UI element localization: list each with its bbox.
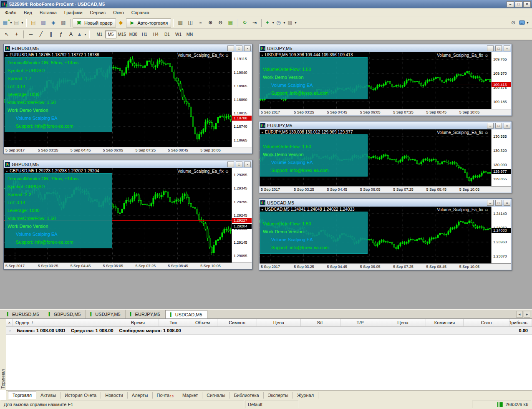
time-axis[interactable]: 5 Sep 20175 Sep 03:255 Sep 04:455 Sep 06… [4,263,252,269]
new-order-button[interactable]: ▣Новый ордер [73,18,116,28]
chart-titlebar-gbpusd[interactable]: GBPUSD,M5–□× [4,161,252,168]
timeframe-w1-button[interactable]: W1 [173,30,184,38]
menu-item-7[interactable]: Справка [128,9,153,16]
menu-item-3[interactable]: Вставка [36,9,61,16]
terminal-tab-почта[interactable]: Почта13 [153,392,178,399]
price-scale[interactable]: 1.191151.190401.189651.188901.188151.187… [232,52,252,147]
chart-titlebar-eurjpy[interactable]: EURJPY,M5–□× [260,122,511,129]
templates-button[interactable]: ▨▼ [286,18,298,28]
ea-smiley-icon[interactable]: ☺ [484,130,489,135]
search-button[interactable]: ⊙ [508,18,518,27]
terminal-panel-button[interactable]: ▧ [58,18,68,28]
chart-canvas-eurusd[interactable]: TerminalMonitor ON, 59ms, ~14msSymbol: E… [4,52,252,153]
column-header-1[interactable]: Ордер/ [13,319,117,326]
menu-item-6[interactable]: Окно [109,9,128,16]
zoom-in-button[interactable]: ⊕ [205,18,215,28]
column-header-7[interactable]: S/L [301,319,340,326]
terminal-tab-активы[interactable]: Активы [36,392,61,399]
terminal-tab-алерты[interactable]: Алерты [128,392,153,399]
navigator-button[interactable]: ◈ [48,18,58,28]
window-minimize-button[interactable]: – [507,1,514,8]
column-header-8[interactable]: T/P [340,319,380,326]
column-header-11[interactable]: Своп [464,319,509,326]
chart-tab-gbpusd[interactable]: ▍GBPUSD,M5 [44,310,86,318]
timeframe-h4-button[interactable]: H4 [150,30,161,38]
menu-item-4[interactable]: Графики [61,9,86,16]
indicators-button[interactable]: +▼ [264,18,275,28]
time-axis[interactable]: 5 Sep 20175 Sep 03:255 Sep 04:455 Sep 06… [4,147,252,153]
window-close-button[interactable]: × [523,1,531,8]
terminal-tab-маркет[interactable]: Маркет [178,392,202,399]
chart-close-button[interactable]: × [244,45,251,51]
data-window-button[interactable]: ▥ [38,18,48,28]
window-titlebar[interactable]: 5225094: RoboForex-ProCent - USDCAD,M5 –… [0,0,532,8]
chart-canvas-usdjpy[interactable]: VolumeOrderFlow: 1.50Work Demo VersionVo… [260,52,511,115]
orders-list-area[interactable] [6,335,532,390]
chart-tab-eurusd[interactable]: ▍EURUSD,M5 [3,310,44,318]
chart-close-button[interactable]: × [504,123,510,129]
timeframe-m30-button[interactable]: M30 [128,30,139,38]
column-header-3[interactable]: Тип [159,319,188,326]
terminal-tab-эксперты[interactable]: Эксперты [264,392,293,399]
chart-titlebar-usdcad[interactable]: USDCAD,M5–□× [260,199,511,207]
timeframe-m15-button[interactable]: M15 [116,30,128,38]
timeframe-m1-button[interactable]: M1 [94,30,105,38]
ea-smiley-icon[interactable]: ☺ [484,207,489,212]
new-chart-button[interactable]: ▦+▼ [2,18,13,28]
ea-smiley-icon[interactable]: ☺ [484,53,489,58]
chart-minimize-button[interactable]: – [227,162,234,167]
zoom-out-button[interactable]: ⊖ [215,18,225,28]
terminal-tab-история-счета[interactable]: История Счета [61,392,101,399]
terminal-tab-новости[interactable]: Новости [101,392,128,399]
chart-minimize-button[interactable]: – [487,45,494,51]
bar-chart-mode-button[interactable]: ▥ [175,18,185,28]
menu-item-1[interactable]: Файл [1,9,20,16]
window-maximize-button[interactable]: □ [515,1,522,8]
crosshair-tool-button[interactable]: + [12,30,22,39]
chart-minimize-button[interactable]: – [487,123,494,129]
chart-restore-button[interactable]: □ [495,123,502,129]
text-tool-button[interactable]: A [66,30,76,39]
shapes-tool-button[interactable]: ▲▼ [76,30,87,39]
price-scale[interactable]: 1.241401.240501.239601.238701.24033 [491,207,511,263]
channel-tool-button[interactable]: ∥ [46,30,56,39]
column-header-12[interactable]: Прибыль [509,319,532,326]
profiles-button[interactable]: ▤▼ [13,18,24,28]
cursor-tool-button[interactable]: ↖ [2,30,12,39]
candle-mode-button[interactable]: ◫ [185,18,195,28]
chart-tab-scroll-left[interactable]: ◄ [516,311,523,318]
horizontal-line-tool-button[interactable]: ─ [26,30,36,39]
terminal-tab-библиотека[interactable]: Библиотека [230,392,264,399]
chart-tab-usdjpy[interactable]: ▍USDJPY,M5 [86,310,125,318]
community-button[interactable]: ▼ [518,18,529,27]
column-header-10[interactable]: Комиссия [426,319,464,326]
chart-titlebar-usdjpy[interactable]: USDJPY,M5–□× [260,45,511,52]
metaeditor-button[interactable]: ◆ [116,18,126,28]
chart-tab-eurjpy[interactable]: ▍EURJPY,M5 [126,310,165,318]
column-header-6[interactable]: Цена [257,319,301,326]
chart-close-button[interactable]: × [504,45,510,51]
timeframe-d1-button[interactable]: D1 [161,30,173,38]
chart-minimize-button[interactable]: – [227,45,234,51]
timeframe-mn-button[interactable]: MN [184,30,195,38]
trendline-tool-button[interactable]: ╱ [36,30,46,39]
chart-minimize-button[interactable]: – [487,200,494,206]
line-mode-button[interactable]: ≈ [195,18,205,28]
chart-canvas-usdcad[interactable]: VolumeOrderFlow: 1.50Work Demo VersionVo… [260,207,511,270]
terminal-tab-журнал[interactable]: Журнал [293,392,318,399]
terminal-close-button[interactable]: × [6,319,13,326]
chart-canvas-eurjpy[interactable]: VolumeOrderFlow: 1.50Work Demo VersionVo… [260,129,511,192]
price-scale[interactable]: 109.765109.570109.375109.185109.413 [491,52,511,109]
column-header-2[interactable]: Время [117,319,159,326]
chart-restore-button[interactable]: □ [495,45,502,51]
chart-tab-scroll-right[interactable]: ► [524,311,530,318]
time-axis[interactable]: 5 Sep 20175 Sep 03:255 Sep 04:455 Sep 06… [260,263,511,270]
chart-titlebar-eurusd[interactable]: EURUSD,M5–□× [4,45,252,52]
timeframe-h1-button[interactable]: H1 [139,30,150,38]
ea-smiley-icon[interactable]: ☺ [225,53,229,58]
terminal-tab-торговля[interactable]: Торговля [8,391,36,399]
periods-button[interactable]: ◷▼ [275,18,286,28]
chart-canvas-gbpusd[interactable]: TerminalMonitor ON, 79ms, ~14msSymbol: G… [4,168,252,269]
chart-tab-usdcad[interactable]: ▍USDCAD,M5 [165,310,207,318]
chart-shift-button[interactable]: ⇥ [250,18,260,28]
